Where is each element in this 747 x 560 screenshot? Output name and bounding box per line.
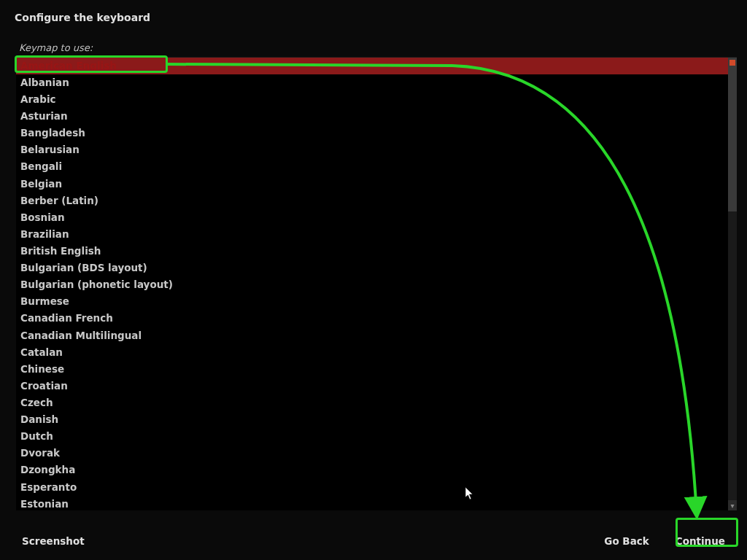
screenshot-button[interactable]: Screenshot	[9, 526, 98, 556]
scroll-indicator-icon	[729, 60, 735, 66]
list-item[interactable]: Belarusian	[16, 142, 728, 159]
list-item[interactable]: American English	[16, 58, 728, 74]
list-item[interactable]: Bangladesh	[16, 125, 728, 141]
continue-button[interactable]: Continue	[662, 526, 738, 556]
keymap-label: Keymap to use:	[0, 26, 747, 55]
list-item[interactable]: Albanian	[16, 74, 728, 91]
list-item[interactable]: British English	[16, 243, 728, 260]
list-item[interactable]: Asturian	[16, 108, 728, 125]
list-item[interactable]: Dzongkha	[16, 462, 728, 479]
keymap-list[interactable]: American EnglishAlbanianArabicAsturianBa…	[16, 58, 728, 510]
list-item[interactable]: Belgian	[16, 176, 728, 192]
keymap-list-container: American EnglishAlbanianArabicAsturianBa…	[16, 57, 737, 510]
list-item[interactable]: Dvorak	[16, 446, 728, 462]
list-item[interactable]: Burmese	[16, 294, 728, 311]
scroll-down-icon[interactable]: ▾	[728, 500, 737, 510]
list-item[interactable]: Catalan	[16, 344, 728, 361]
list-item[interactable]: Estonian	[16, 496, 728, 510]
list-item[interactable]: Bengali	[16, 159, 728, 176]
list-item[interactable]: Berber (Latin)	[16, 192, 728, 209]
list-item[interactable]: Chinese	[16, 361, 728, 378]
list-item[interactable]: Bosnian	[16, 209, 728, 226]
list-item[interactable]: Bulgarian (phonetic layout)	[16, 276, 728, 293]
list-item[interactable]: Brazilian	[16, 226, 728, 243]
go-back-button[interactable]: Go Back	[591, 526, 662, 556]
list-item[interactable]: Canadian French	[16, 311, 728, 327]
list-item[interactable]: Arabic	[16, 91, 728, 108]
scrollbar-thumb[interactable]	[728, 58, 737, 211]
list-item[interactable]: Czech	[16, 394, 728, 411]
list-item[interactable]: Croatian	[16, 378, 728, 394]
list-item[interactable]: Canadian Multilingual	[16, 327, 728, 344]
scrollbar[interactable]: ▾	[728, 58, 737, 510]
list-item[interactable]: Dutch	[16, 428, 728, 445]
page-title: Configure the keyboard	[0, 0, 747, 26]
list-item[interactable]: Bulgarian (BDS layout)	[16, 260, 728, 276]
footer-bar: Screenshot Go Back Continue	[0, 522, 747, 560]
list-item[interactable]: Danish	[16, 411, 728, 428]
list-item[interactable]: Esperanto	[16, 479, 728, 496]
